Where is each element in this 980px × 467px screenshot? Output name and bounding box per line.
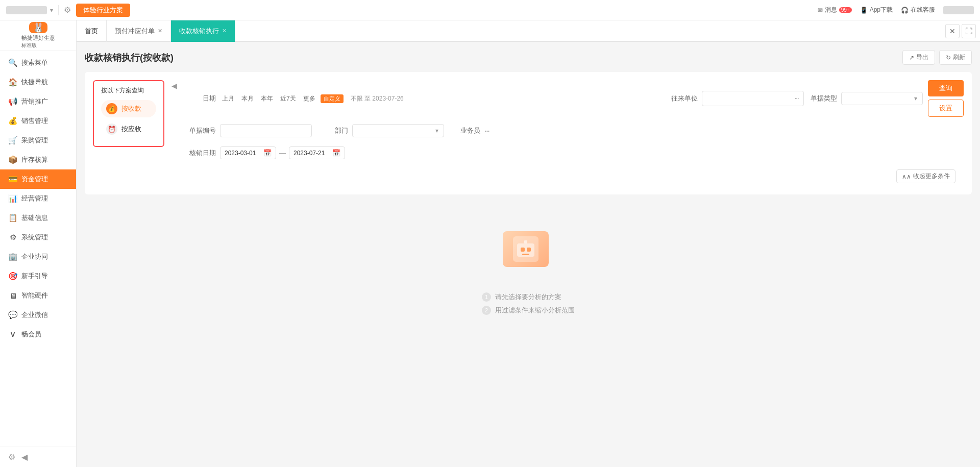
- doc-type-select[interactable]: ▾: [841, 92, 923, 105]
- guide-icon: 🎯: [8, 272, 17, 281]
- verify-start-label: 2023-03-01: [225, 150, 256, 157]
- svg-rect-3: [522, 254, 529, 255]
- btn-more-dates[interactable]: 更多: [301, 93, 317, 104]
- tab-close-all-button[interactable]: ✕: [945, 24, 960, 38]
- megaphone-icon: 📢: [8, 97, 17, 106]
- vip-icon: V: [8, 331, 17, 338]
- sidebar-item-label: 快捷导航: [21, 78, 48, 87]
- sidebar-item-vip[interactable]: V 畅会员: [0, 325, 76, 344]
- sidebar-item-finance[interactable]: 💳 资金管理: [0, 169, 76, 189]
- sidebar-item-label: 销售管理: [21, 116, 48, 126]
- sidebar-item-quicknav[interactable]: 🏠 快捷导航: [0, 72, 76, 92]
- tab-home[interactable]: 首页: [77, 20, 107, 42]
- sidebar-item-search[interactable]: 🔍 搜索菜单: [0, 53, 76, 72]
- sidebar-item-marketing[interactable]: 📢 营销推广: [0, 92, 76, 111]
- query-option-by-receivable[interactable]: ⏰ 按应收: [101, 120, 156, 138]
- sidebar-collapse-icon[interactable]: ◀: [21, 452, 28, 462]
- panel-toggle-button[interactable]: ◀: [168, 80, 180, 91]
- dept-label: 部门: [320, 126, 348, 135]
- doc-type-field: 单据类型 ▾: [809, 92, 923, 105]
- online-service-button[interactable]: 🎧 在线客服: [901, 6, 935, 14]
- sidebar-item-purchase[interactable]: 🛒 采购管理: [0, 131, 76, 150]
- wechat-icon: 💬: [8, 310, 17, 319]
- vendor-dots-icon: ···: [795, 94, 798, 103]
- vendor-select[interactable]: ···: [702, 91, 804, 106]
- staff-field: 业务员 ···: [452, 126, 489, 136]
- svg-rect-4: [524, 240, 527, 243]
- export-button[interactable]: ↗ 导出: [902, 50, 935, 65]
- svg-rect-2: [527, 248, 531, 252]
- user-name-blurred: [943, 6, 974, 14]
- sidebar-item-label: 企业协同: [21, 252, 48, 261]
- message-icon: ✉: [818, 7, 823, 14]
- sidebar-item-basics[interactable]: 📋 基础信息: [0, 208, 76, 228]
- btn-last-month[interactable]: 上月: [220, 93, 236, 104]
- doc-no-input[interactable]: [220, 124, 312, 137]
- solution-button[interactable]: 体验行业方案: [76, 4, 130, 17]
- tab-prepay[interactable]: 预付冲应付单 ✕: [107, 20, 171, 42]
- sidebar-item-inventory[interactable]: 📦 库存核算: [0, 150, 76, 169]
- vendor-label: 往来单位: [670, 94, 698, 103]
- export-label: 导出: [916, 53, 928, 62]
- tab-expand-button[interactable]: ⛶: [962, 24, 976, 38]
- dept-select[interactable]: ▾: [352, 124, 444, 137]
- query-options-panel: 按以下方案查询 💰 按收款 ⏰ 按应收: [93, 80, 164, 147]
- sidebar-item-sales[interactable]: 💰 销售管理: [0, 111, 76, 131]
- tab-receivable-label: 收款核销执行: [179, 27, 219, 36]
- card-icon: 💳: [8, 175, 17, 184]
- collapse-label: 收起更多条件: [913, 172, 950, 181]
- verify-end-date[interactable]: 2023-07-21 📅: [289, 146, 345, 159]
- empty-box: [503, 231, 549, 267]
- tab-bar-actions: ✕ ⛶: [945, 24, 980, 38]
- sidebar-item-system[interactable]: ⚙ 系统管理: [0, 228, 76, 247]
- sidebar-nav: 🔍 搜索菜单 🏠 快捷导航 📢 营销推广 💰 销售管理 🛒 采购管理 📦: [0, 51, 76, 447]
- message-label: 消息: [825, 6, 837, 14]
- sidebar-item-newbie[interactable]: 🎯 新手引导: [0, 266, 76, 286]
- sidebar-item-wechat[interactable]: 💬 企业微信: [0, 305, 76, 325]
- staff-label: 业务员: [452, 126, 480, 135]
- dept-field: 部门 ▾: [320, 124, 444, 137]
- date-custom-badge[interactable]: 自定义: [321, 94, 344, 103]
- main-layout: 🐰 畅捷通好生意 标准版 🔍 搜索菜单 🏠 快捷导航 📢 营销推广 💰 销售管理: [0, 20, 980, 467]
- content-area: 首页 预付冲应付单 ✕ 收款核销执行 ✕ ✕ ⛶ 收款核销执行(按收款): [77, 20, 980, 467]
- collapse-button[interactable]: ∧∧ 收起更多条件: [896, 169, 955, 183]
- cart-icon: 🛒: [8, 136, 17, 145]
- refresh-button[interactable]: ↻ 刷新: [939, 50, 972, 65]
- sidebar-settings-icon[interactable]: ⚙: [8, 452, 15, 462]
- tab-prepay-close[interactable]: ✕: [158, 28, 162, 34]
- gear-icon[interactable]: ⚙: [64, 5, 71, 15]
- sidebar-item-enterprise[interactable]: 🏢 企业协同: [0, 247, 76, 266]
- btn-this-year[interactable]: 本年: [259, 93, 275, 104]
- empty-hints: 1 请先选择要分析的方案 2 用过滤条件来缩小分析范围: [482, 292, 575, 315]
- dropdown-chevron-icon[interactable]: ▾: [50, 7, 53, 14]
- tab-prepay-label: 预付冲应付单: [115, 27, 155, 36]
- date-label: 日期: [188, 94, 216, 103]
- top-bar: ▾ ⚙ 体验行业方案 ✉ 消息 99+ 📱 App下载 🎧 在线客服: [0, 0, 980, 20]
- online-service-label: 在线客服: [911, 6, 935, 14]
- sidebar-item-label: 采购管理: [21, 136, 48, 145]
- app-download-label: App下载: [870, 6, 893, 14]
- doc-no-label: 单据编号: [188, 126, 216, 135]
- page-title: 收款核销执行(按收款): [85, 52, 174, 64]
- sidebar-item-hardware[interactable]: 🖥 智能硬件: [0, 286, 76, 305]
- time-icon: ⏰: [106, 124, 117, 135]
- date-quick-buttons: 上月 本月 本年 近7天 更多 自定义: [220, 93, 344, 104]
- message-button[interactable]: ✉ 消息 99+: [818, 6, 852, 14]
- date-no-limit: 不限 至 2023-07-26: [351, 94, 404, 103]
- sidebar-item-operation[interactable]: 📊 经营管理: [0, 189, 76, 208]
- empty-hint-1-text: 请先选择要分析的方案: [495, 292, 561, 302]
- page-content: 收款核销执行(按收款) ↗ 导出 ↻ 刷新 按以下方: [77, 42, 980, 467]
- query-button[interactable]: 查询: [928, 80, 964, 96]
- app-download-button[interactable]: 📱 App下载: [860, 6, 893, 14]
- verify-start-date[interactable]: 2023-03-01 📅: [220, 146, 276, 159]
- empty-hint-2-text: 用过滤条件来缩小分析范围: [495, 306, 575, 315]
- setting-button[interactable]: 设置: [928, 100, 964, 117]
- query-option-by-receipt[interactable]: 💰 按收款: [101, 100, 156, 117]
- dept-chevron-icon: ▾: [435, 127, 438, 134]
- tab-receivable-close[interactable]: ✕: [222, 28, 227, 34]
- tab-receivable[interactable]: 收款核销执行 ✕: [171, 20, 235, 42]
- btn-this-month[interactable]: 本月: [239, 93, 256, 104]
- btn-last-7-days[interactable]: 近7天: [278, 93, 298, 104]
- top-bar-right: ✉ 消息 99+ 📱 App下载 🎧 在线客服: [818, 6, 974, 14]
- query-panel: 按以下方案查询 💰 按收款 ⏰ 按应收 ◀: [85, 72, 972, 194]
